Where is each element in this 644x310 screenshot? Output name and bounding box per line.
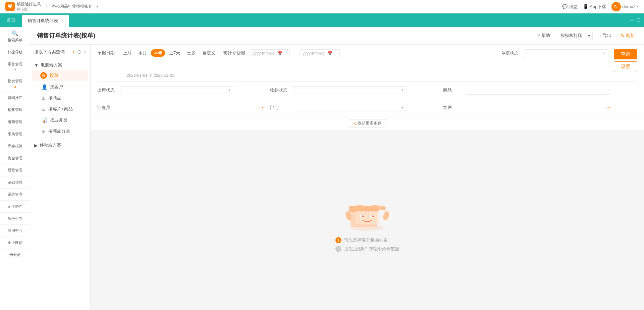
settings-btn[interactable]: 设置 xyxy=(614,61,637,72)
user-menu-btn[interactable]: Ea demo2 ▾ xyxy=(611,2,639,11)
goods-input[interactable]: ··· xyxy=(466,86,610,95)
message-btn[interactable]: 💬 消息 xyxy=(562,4,578,10)
left-panel-header: 按以下方案查询 + ⊙ « xyxy=(30,45,90,58)
svg-point-8 xyxy=(362,215,364,217)
goods-more-icon[interactable]: ··· xyxy=(606,87,610,93)
filter-row-3: 业务员 ··· 部门 ▾ xyxy=(91,99,644,116)
salesman-more-icon[interactable]: ··· xyxy=(260,104,265,110)
page-actions: ? 帮助 按模板打印 ▾ ↑ 导出 ↻ 刷新 xyxy=(535,31,637,40)
filter-section: 单据日期 上月 本月 本年 近7天 更多 自定义 xyxy=(91,45,644,130)
tree-category-desktop[interactable]: ▼ 电脑端方案 xyxy=(30,59,90,69)
top-divider xyxy=(46,4,47,9)
refresh-btn[interactable]: ↻ 刷新 xyxy=(618,31,637,40)
sidebar-item-quick-nav[interactable]: 快捷导航 xyxy=(0,46,30,58)
tab-close-icon[interactable]: × xyxy=(61,18,64,23)
date-btn-more[interactable]: 更多 xyxy=(184,49,198,57)
tab-bar: 首页 销售订单统计表 × ─ □ xyxy=(0,13,644,27)
date-btn-this-month[interactable]: 本月 xyxy=(136,49,150,57)
customer-input[interactable]: ··· xyxy=(466,103,610,112)
sidebar-item-wechat[interactable]: 企业微信 xyxy=(0,237,30,249)
payment-status-label: 收款状态 xyxy=(270,87,290,93)
goods-group: 商品 ··· xyxy=(443,86,610,95)
date-shortcuts: 上月 本月 本年 近7天 更多 自定义 xyxy=(120,49,218,57)
date-label: 单据日期 xyxy=(97,50,117,56)
top-bar-right: 💬 消息 📱 App下载 Ea demo2 ▾ xyxy=(562,2,639,11)
status-select[interactable]: ▾ xyxy=(524,49,608,57)
expected-date-start[interactable]: yyyy-mm-dd 📅 xyxy=(250,49,290,57)
left-panel: 按以下方案查询 + ⊙ « ▼ 电脑端方案 按 按单 xyxy=(30,45,91,310)
tree-item-by-customer[interactable]: 👤 按客户 xyxy=(32,82,88,92)
left-panel-actions: + ⊙ « xyxy=(72,49,86,55)
tab-minimize-btn[interactable]: ─ xyxy=(630,17,634,23)
tab-maximize-btn[interactable]: □ xyxy=(637,17,640,23)
customer-more-icon[interactable]: ··· xyxy=(606,104,610,110)
calendar-start-icon: 📅 xyxy=(277,51,282,56)
app-icon: 📱 xyxy=(583,4,588,9)
ship-status-arrow-icon: ▾ xyxy=(229,88,230,92)
status-filter-group: 单据状态 ▾ xyxy=(501,49,608,57)
sidebar-item-basic[interactable]: 基础信息 xyxy=(0,176,30,189)
tree-item-by-customer-goods[interactable]: ⊟ 按客户+商品 xyxy=(32,104,88,114)
svg-point-9 xyxy=(372,215,374,217)
filter-row-1: 单据日期 上月 本月 本年 近7天 更多 自定义 xyxy=(91,45,644,72)
payment-status-select[interactable]: ▾ xyxy=(293,86,407,94)
sidebar-item-sales[interactable]: 销售管理 xyxy=(0,104,30,116)
tree-item-by-order[interactable]: 按 按单 xyxy=(32,70,88,81)
query-btn[interactable]: 查询 xyxy=(614,49,637,59)
tab-home[interactable]: 首页 xyxy=(0,13,22,27)
svg-rect-5 xyxy=(356,211,379,224)
print-main-btn[interactable]: 按模板打印 xyxy=(557,31,586,40)
calendar-end-icon: 📅 xyxy=(327,51,332,56)
search-icon: 🔍 xyxy=(12,30,18,37)
print-dropdown-btn[interactable]: ▾ xyxy=(586,32,592,40)
hint-num-1: 1 xyxy=(335,237,341,243)
sidebar-item-purchase[interactable]: 采购管理 xyxy=(0,128,30,140)
company-dropdown-icon[interactable]: ▾ xyxy=(96,4,98,9)
collapse-panel-btn[interactable]: « xyxy=(84,49,86,55)
salesman-group: 业务员 ··· xyxy=(97,103,265,112)
collapse-chevron-icon: ∧ xyxy=(353,121,356,126)
ship-status-label: 出库状态 xyxy=(97,87,117,93)
app-download-btn[interactable]: 📱 App下载 xyxy=(583,4,606,10)
sidebar-item-app-center[interactable]: 应用中心 xyxy=(0,225,30,237)
tab-sales-order[interactable]: 销售订单统计表 × xyxy=(22,15,69,27)
add-scheme-btn[interactable]: + xyxy=(72,49,75,55)
sidebar-item-search[interactable]: 🔍 搜索菜单 xyxy=(0,27,30,46)
tree-item-by-goods[interactable]: ⊞ 按商品 xyxy=(32,93,88,103)
sidebar-item-member[interactable]: 畅会员 xyxy=(0,249,30,261)
sidebar-item-marketing[interactable]: 营销推广 xyxy=(0,92,30,104)
collapse-btn[interactable]: ∧ 收起更多条件 xyxy=(349,119,386,127)
tree-item-by-salesman[interactable]: 📊 按业务员 xyxy=(32,115,88,125)
tab-bar-actions: ─ □ xyxy=(626,17,644,23)
top-bar: 畅 畅捷通好生意 标准版 办公用品行业模拟账套 ▾ 💬 消息 📱 App下载 E… xyxy=(0,0,644,13)
date-btn-this-year[interactable]: 本年 xyxy=(151,49,165,57)
tree-item-by-category[interactable]: ⊞ 按商品分类 xyxy=(32,126,88,137)
ship-status-select[interactable]: ▾ xyxy=(120,86,234,94)
main-layout: 🔍 搜索菜单 快捷导航 零售管理 ▾ 批发管理 ▲ 营销推广 销售管理 电商管理… xyxy=(0,27,644,310)
sidebar-item-retail[interactable]: 零售管理 ▾ xyxy=(0,58,30,75)
empty-svg xyxy=(340,188,394,232)
sidebar-item-enterprise[interactable]: 企业协同 xyxy=(0,201,30,213)
expected-date-group: 预计交货期 yyyy-mm-dd 📅 — yyyy-mm-dd 📅 xyxy=(223,49,496,57)
tree-category-label: 电脑端方案 xyxy=(41,62,62,68)
dept-select[interactable]: ▾ xyxy=(293,104,407,111)
sidebar-item-finance[interactable]: 资金管理 xyxy=(0,152,30,164)
settings-scheme-btn[interactable]: ⊙ xyxy=(77,49,82,55)
export-btn[interactable]: ↑ 导出 xyxy=(597,31,614,40)
action-btns: 查询 设置 xyxy=(614,49,637,72)
dept-label: 部门 xyxy=(270,105,290,111)
expected-date-end[interactable]: yyyy-mm-dd 📅 xyxy=(300,49,340,57)
sidebar-item-wholesale[interactable]: 批发管理 ▲ xyxy=(0,75,30,92)
sidebar-item-newbie[interactable]: 新手引导 xyxy=(0,213,30,225)
salesman-input[interactable]: ··· xyxy=(120,103,265,112)
date-btn-custom[interactable]: 自定义 xyxy=(200,49,218,57)
date-btn-last-month[interactable]: 上月 xyxy=(120,49,134,57)
content-area: 销售订单统计表(按单) ? 帮助 按模板打印 ▾ ↑ 导出 ↻ 刷新 xyxy=(30,27,644,310)
date-btn-7days[interactable]: 近7天 xyxy=(166,49,183,57)
tree-category-mobile[interactable]: ▶ 移动端方案 xyxy=(30,140,90,150)
sidebar-item-system[interactable]: 系统管理 xyxy=(0,189,30,201)
sidebar-item-ecommerce[interactable]: 电商管理 xyxy=(0,116,30,128)
sidebar-item-inventory[interactable]: 库存核算 xyxy=(0,140,30,152)
help-btn[interactable]: ? 帮助 xyxy=(535,31,552,40)
sidebar-item-operations[interactable]: 经营管理 xyxy=(0,164,30,176)
